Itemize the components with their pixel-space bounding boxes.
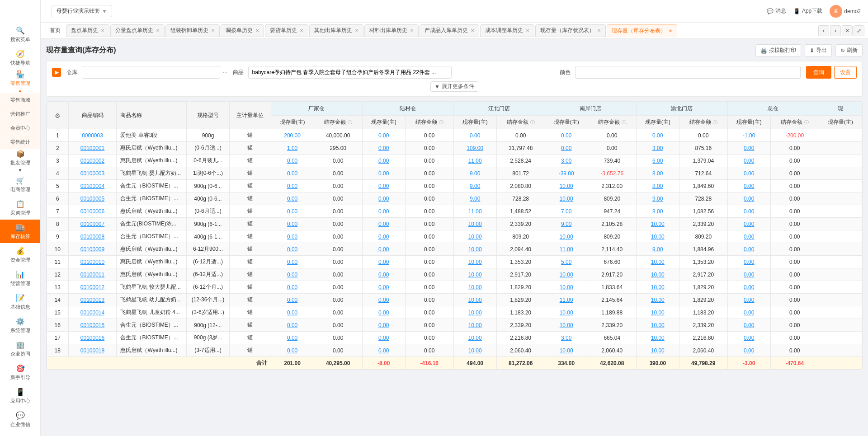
sidebar-item-retail-shop[interactable]: 零售商城	[0, 93, 40, 107]
info-icon[interactable]: ⓘ	[530, 119, 535, 126]
sidebar-item-system[interactable]: ⚙️ 系统管理	[0, 314, 40, 337]
tabs-next-btn[interactable]: ›	[830, 25, 841, 36]
tabs-close-btn[interactable]: ✕	[842, 25, 853, 36]
qty-link[interactable]: 0.00	[378, 246, 389, 253]
qty-link[interactable]: 0.00	[378, 145, 389, 151]
code-link[interactable]: 00100018	[80, 347, 104, 354]
code-link[interactable]: 00100008	[80, 234, 104, 240]
qty-link[interactable]: 0.00	[744, 234, 754, 240]
qty-link[interactable]: 10.00	[651, 234, 665, 240]
tab-stocktake[interactable]: 盘点单历史 ✕	[66, 24, 109, 37]
qty-link[interactable]: 0.00	[378, 208, 389, 215]
qty-link[interactable]: 10.00	[651, 335, 665, 341]
message-btn[interactable]: 💬 消息	[767, 7, 786, 15]
qty-link[interactable]: 0.00	[744, 335, 754, 341]
qty-link[interactable]: 0.00	[378, 347, 389, 354]
sidebar-item-stock[interactable]: 🏬 库存核算	[0, 220, 40, 243]
qty-link[interactable]: 0.00	[378, 297, 389, 303]
qty-link[interactable]: 0.00	[561, 145, 571, 151]
qty-link[interactable]: 0.00	[378, 183, 389, 189]
qty-link[interactable]: 8.00	[652, 208, 663, 215]
tab-close-icon[interactable]: ✕	[410, 28, 414, 33]
qty-link[interactable]: 0.00	[378, 259, 389, 265]
code-link[interactable]: 00100006	[80, 208, 104, 215]
qty-link[interactable]: 0.00	[287, 234, 297, 240]
qty-link[interactable]: 0.00	[287, 208, 297, 215]
tab-close-icon[interactable]: ✕	[669, 28, 672, 33]
search-expand-toggle[interactable]: ▶	[52, 68, 61, 77]
qty-link[interactable]: 0.00	[744, 347, 754, 354]
print-button[interactable]: 🖨️ 按模版打印	[755, 44, 801, 56]
code-link[interactable]: 00100016	[80, 335, 104, 341]
qty-link[interactable]: 0.00	[744, 259, 754, 265]
qty-link[interactable]: 1.00	[287, 145, 297, 151]
qty-link[interactable]: 10.00	[651, 272, 665, 278]
sidebar-item-search[interactable]: 🔍 搜索英单	[0, 23, 40, 46]
qty-link[interactable]: 10.00	[560, 196, 573, 202]
qty-link[interactable]: 0.00	[744, 272, 754, 278]
qty-link[interactable]: 0.00	[744, 309, 754, 316]
qty-link[interactable]: 10.00	[468, 347, 482, 354]
sidebar-item-appstore[interactable]: 📱 应用中心	[0, 384, 40, 408]
tab-cost-adjust[interactable]: 成本调整单历史 ✕	[480, 24, 534, 37]
sidebar-item-wechat[interactable]: 💬 企业微信	[0, 408, 40, 431]
qty-link[interactable]: 0.00	[744, 221, 754, 227]
tab-close-icon[interactable]: ✕	[471, 28, 474, 33]
qty-link[interactable]: 0.00	[744, 145, 754, 151]
qty-link[interactable]: 0.00	[287, 272, 297, 278]
qty-link[interactable]: 10.00	[468, 297, 482, 303]
info-icon[interactable]: ⓘ	[804, 119, 809, 126]
info-icon[interactable]: ⓘ	[348, 119, 352, 126]
qty-link[interactable]: 10.00	[560, 309, 573, 316]
sidebar-item-marketing[interactable]: 营销推广	[0, 107, 40, 121]
sidebar-item-wholesale[interactable]: 📦 批发管理 ▼	[0, 149, 40, 173]
qty-link[interactable]: 0.00	[378, 132, 389, 139]
qty-link[interactable]: 0.00	[744, 196, 754, 202]
qty-link[interactable]: 10.00	[651, 309, 665, 316]
qty-link[interactable]: 10.00	[560, 183, 573, 189]
qty-link[interactable]: 0.00	[744, 322, 754, 328]
qty-link[interactable]: 0.00	[744, 208, 754, 215]
qty-link[interactable]: 9.00	[470, 183, 480, 189]
tab-other-out[interactable]: 其他出库单历史 ✕	[309, 24, 363, 37]
qty-link[interactable]: 0.00	[744, 297, 754, 303]
tab-transfer[interactable]: 调拨单历史 ✕	[221, 24, 264, 37]
qty-link[interactable]: 3.00	[561, 158, 571, 164]
qty-link[interactable]: 0.00	[287, 347, 297, 354]
qty-link[interactable]: 9.00	[561, 221, 571, 227]
qty-link[interactable]: 0.00	[378, 221, 389, 227]
warehouse-input[interactable]	[82, 66, 220, 79]
qty-link[interactable]: 0.00	[287, 284, 297, 291]
tab-close-icon[interactable]: ✕	[211, 28, 215, 33]
qty-link[interactable]: 0.00	[652, 132, 663, 139]
code-link[interactable]: 00100004	[80, 183, 104, 189]
qty-link[interactable]: 0.00	[744, 158, 754, 164]
qty-link[interactable]: -39.00	[559, 170, 574, 177]
qty-link[interactable]: 7.00	[561, 208, 571, 215]
tabs-prev-btn[interactable]: ‹	[818, 25, 829, 36]
qty-link[interactable]: 10.00	[560, 284, 573, 291]
qty-link[interactable]: 0.00	[287, 221, 297, 227]
sidebar-item-member[interactable]: 会员中心	[0, 121, 40, 135]
qty-link[interactable]: 8.00	[652, 183, 663, 189]
code-link[interactable]: 00100014	[80, 309, 104, 316]
qty-link[interactable]: 10.00	[560, 272, 573, 278]
tab-stock-dist[interactable]: 现存量（库存分布表） ✕	[607, 24, 677, 37]
qty-link[interactable]: 10.00	[560, 347, 573, 354]
code-link[interactable]: 00100001	[80, 145, 104, 151]
tab-close-icon[interactable]: ✕	[597, 28, 601, 33]
tab-close-icon[interactable]: ✕	[101, 28, 104, 33]
qty-link[interactable]: 0.00	[287, 259, 297, 265]
code-link[interactable]: 00100003	[80, 170, 104, 177]
qty-link[interactable]: 10.00	[651, 347, 665, 354]
tab-close-icon[interactable]: ✕	[156, 28, 160, 33]
qty-link[interactable]: 0.00	[378, 309, 389, 316]
expand-conditions-btn[interactable]: ▼ 展开更多条件	[430, 81, 478, 92]
qty-link[interactable]: 9.00	[652, 196, 663, 202]
qty-link[interactable]: 8.00	[652, 170, 663, 177]
qty-link[interactable]: 10.00	[560, 322, 573, 328]
qty-link[interactable]: 3.00	[652, 145, 663, 151]
code-link[interactable]: 00100010	[80, 259, 104, 265]
qty-link[interactable]: 10.00	[468, 284, 482, 291]
tab-split-stocktake[interactable]: 分量盘点单历史 ✕	[110, 24, 165, 37]
